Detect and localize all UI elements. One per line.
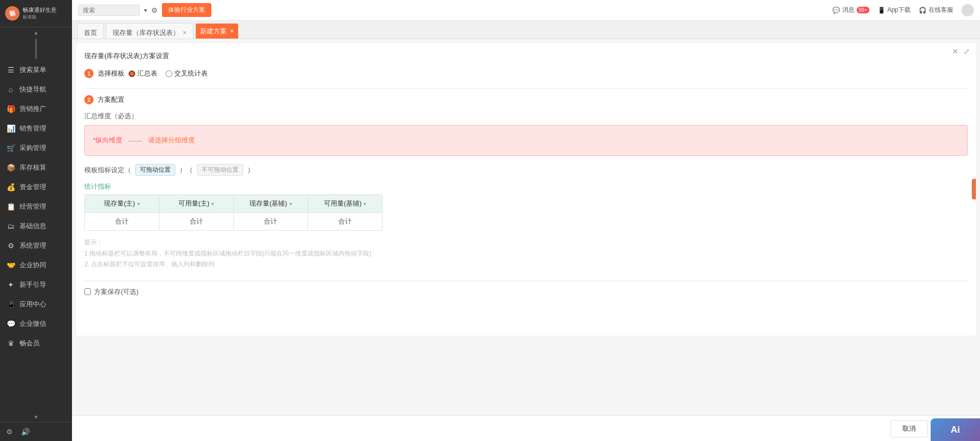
wechat-icon: 💬 xyxy=(6,319,15,328)
cancel-button[interactable]: 取消 xyxy=(891,420,928,437)
box-icon: 📦 xyxy=(6,163,15,172)
dim-placeholder[interactable]: 请选择分组维度 xyxy=(148,136,195,145)
sidebar-item-label: 基础信息 xyxy=(20,222,46,231)
sidebar-item-member[interactable]: ♛ 畅会员 xyxy=(0,334,72,353)
radio-cross-label: 交叉统计表 xyxy=(174,69,208,78)
radio-summary[interactable]: 汇总表 xyxy=(129,69,157,78)
panel-close-icon[interactable]: ✕ xyxy=(952,47,958,56)
stats-col-3: 现存量(基辅) ▾ 合计 xyxy=(234,195,308,230)
newbie-icon: ✦ xyxy=(6,280,15,289)
header-right: 💬 消息 99+ 📱 App下载 🎧 在线客服 xyxy=(832,4,974,16)
sidebar-item-search-menu[interactable]: ☰ 搜索菜单 xyxy=(0,60,72,80)
sidebar-item-operations[interactable]: 📋 经营管理 xyxy=(0,197,72,216)
tab-new-scheme[interactable]: 新建方案 ✕ xyxy=(195,23,239,39)
headset-icon: 🎧 xyxy=(919,7,927,14)
step1-num: 1 xyxy=(84,69,94,78)
dropdown-icon[interactable]: ▾ xyxy=(144,7,147,14)
step2-title: 方案配置 xyxy=(98,95,124,104)
save-checkbox[interactable] xyxy=(84,288,91,295)
tips-item-2: 2. 点击标题栏下拉可设置排序、插入列和删除列 xyxy=(84,261,214,268)
stats-col-1-header[interactable]: 现存量(主) ▾ xyxy=(85,195,159,213)
ai-badge[interactable]: Ai xyxy=(931,418,980,441)
right-scroll-indicator[interactable] xyxy=(972,179,976,199)
app-download-item[interactable]: 📱 App下载 xyxy=(878,6,911,14)
sidebar-item-label: 畅会员 xyxy=(20,339,40,348)
stats-col-2-label: 可用量(主) xyxy=(178,199,210,208)
sound-icon[interactable]: 🔊 xyxy=(21,428,30,436)
tab-inventory-close[interactable]: ✕ xyxy=(183,30,187,35)
tab-inventory-label: 现存量（库存状况表） xyxy=(113,28,179,38)
step2-section: 2 方案配置 汇总维度（必选） *纵向维度 —— 请选择分组维度 模板指标设定（… xyxy=(84,95,968,270)
messages-item[interactable]: 💬 消息 99+ xyxy=(832,6,869,14)
stats-col-3-body: 合计 xyxy=(234,213,308,230)
stats-col-4-header[interactable]: 可用量(基辅) ▾ xyxy=(308,195,382,213)
tab-home[interactable]: 首页 xyxy=(77,23,104,39)
radio-summary-input[interactable] xyxy=(129,70,135,77)
sidebar-item-label: 新手引导 xyxy=(20,280,46,289)
search-input[interactable] xyxy=(78,5,140,16)
online-service-item[interactable]: 🎧 在线客服 xyxy=(919,6,953,14)
money-icon: 💰 xyxy=(6,182,15,192)
sidebar-item-inventory[interactable]: 📦 库存核算 xyxy=(0,158,72,177)
stats-col-3-header[interactable]: 现存量(基辅) ▾ xyxy=(234,195,308,213)
ops-icon: 📋 xyxy=(6,202,15,211)
sidebar-item-label: 经营管理 xyxy=(20,202,46,211)
stats-col-1-body: 合计 xyxy=(85,213,159,230)
messages-label: 消息 xyxy=(842,6,855,14)
sidebar-item-finance[interactable]: 💰 资金管理 xyxy=(0,177,72,197)
app-name: 畅康通好生意 标准版 xyxy=(23,6,57,20)
sidebar-item-base-info[interactable]: 🗂 基础信息 xyxy=(0,216,72,236)
tab-home-label: 首页 xyxy=(84,28,97,38)
radio-cross[interactable]: 交叉统计表 xyxy=(166,69,208,78)
app-center-icon: 📱 xyxy=(6,300,15,309)
stats-col-4-label: 可用量(基辅) xyxy=(324,199,362,208)
tab-inventory-status[interactable]: 现存量（库存状况表） ✕ xyxy=(106,23,193,39)
cart-icon: 🛒 xyxy=(6,143,15,153)
indicator-end-text: ） xyxy=(247,166,254,175)
sidebar-item-sales[interactable]: 📊 销售管理 xyxy=(0,119,72,138)
sidebar-item-enterprise[interactable]: 🤝 企业协同 xyxy=(0,255,72,275)
trial-button[interactable]: 体验行业方案 xyxy=(162,3,211,17)
sidebar-item-label: 销售管理 xyxy=(20,124,46,133)
sidebar-item-system[interactable]: ⚙ 系统管理 xyxy=(0,236,72,255)
indicator-setting: 模板指标设定（ 可拖动位置 ）（ 不可拖动位置 ） xyxy=(84,164,968,176)
radio-cross-input[interactable] xyxy=(166,70,172,77)
member-icon: ♛ xyxy=(6,339,15,348)
dimension-area: *纵向维度 —— 请选择分组维度 xyxy=(84,125,968,156)
sidebar-item-app-center[interactable]: 📱 应用中心 xyxy=(0,295,72,314)
sidebar-item-label: 应用中心 xyxy=(20,300,46,309)
tips-section: 提示： 1.拖动标题栏可以调整布局，不可跨维度或指标区域拖动栏目字段(只能在同一… xyxy=(84,237,968,270)
user-avatar[interactable] xyxy=(961,4,974,16)
sidebar-item-label: 系统管理 xyxy=(20,241,46,250)
stats-col-2-header[interactable]: 可用量(主) ▾ xyxy=(159,195,233,213)
settings-bottom-icon[interactable]: ⚙ xyxy=(6,428,13,436)
panel-expand-icon[interactable]: ⤢ xyxy=(964,47,970,56)
enterprise-icon: 🤝 xyxy=(6,261,15,270)
sales-icon: 📊 xyxy=(6,124,15,133)
sidebar-scrollbar xyxy=(35,39,37,59)
stats-col-1: 现存量(主) ▾ 合计 xyxy=(85,195,159,230)
dim-dash: —— xyxy=(129,137,142,144)
tab-new-scheme-close[interactable]: ✕ xyxy=(230,28,234,34)
sidebar-bottom: ⚙ 🔊 xyxy=(0,422,72,441)
stats-section: 统计指标 现存量(主) ▾ 合计 xyxy=(84,182,968,231)
sidebar-item-purchase[interactable]: 🛒 采购管理 xyxy=(0,138,72,158)
summary-dimension-label: 汇总维度（必选） xyxy=(84,112,968,121)
sidebar-item-marketing[interactable]: 🎁 营销推广 xyxy=(0,99,72,119)
sidebar-item-quick-nav[interactable]: ⌂ 快捷导航 xyxy=(0,80,72,99)
stats-table: 现存量(主) ▾ 合计 可用量(主) ▾ 合计 xyxy=(84,194,383,231)
sidebar-scroll-down[interactable]: ▼ xyxy=(0,412,72,422)
sidebar-item-wechat[interactable]: 💬 企业微信 xyxy=(0,314,72,334)
sidebar-item-newbie[interactable]: ✦ 新手引导 xyxy=(0,275,72,295)
step2-num: 2 xyxy=(84,95,94,104)
sidebar-scroll-up[interactable]: ▲ xyxy=(0,27,72,38)
radio-summary-label: 汇总表 xyxy=(137,69,157,78)
gift-icon: 🎁 xyxy=(6,104,15,114)
indicator-not-draggable-badge: 不可拖动位置 xyxy=(197,164,243,176)
chevron-down-icon-3: ▾ xyxy=(289,201,292,207)
sidebar-item-label: 搜索菜单 xyxy=(20,65,46,75)
stats-table-header: 现存量(主) ▾ 合计 可用量(主) ▾ 合计 xyxy=(85,195,382,230)
save-option: 方案保存(可选) xyxy=(84,287,968,297)
system-icon: ⚙ xyxy=(6,241,15,250)
header-gear-icon[interactable]: ⚙ xyxy=(151,6,158,14)
